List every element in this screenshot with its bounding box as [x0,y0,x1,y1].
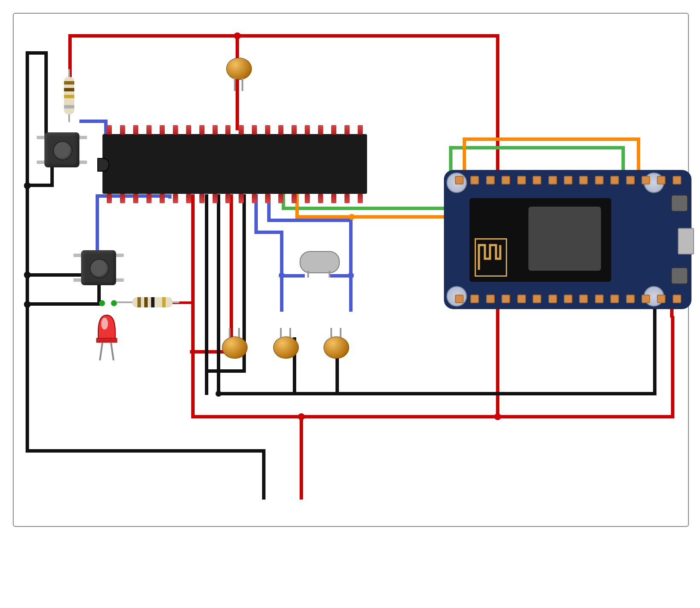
wire-gnd [653,308,656,395]
wire-xtal [254,231,283,234]
node-led [99,300,105,306]
cap-lead [280,328,282,337]
atmega-pins-bottom [107,194,363,203]
led-resistor [132,297,172,307]
nodemcu-pins-bottom [455,295,681,303]
user-pushbutton[interactable] [81,250,116,285]
wire-vcc [671,316,674,418]
node-xtal [348,272,354,278]
node-vcc [298,413,305,420]
decoupling-cap [226,58,252,80]
node-gnd [24,301,31,308]
cap-lead [238,328,240,337]
wire-vcc [300,415,303,500]
atmega16-chip [102,134,367,194]
wire-vcc [670,308,674,318]
wire-vcc [192,415,674,418]
status-led [90,307,124,362]
wire-gnd [44,51,48,137]
cap-lead [330,328,332,337]
nodemcu-board [444,170,691,309]
atmega-pins-top [107,125,363,134]
wire-uart-tx [449,146,625,149]
cap-lead [242,78,243,91]
wire-uart-tx [621,146,625,172]
node-gnd [24,182,31,189]
wifi-antenna-trace-icon [477,242,502,272]
esp8266-chip-icon [528,207,601,271]
wire-gnd [262,449,265,500]
wire-vcc [236,34,239,130]
node-vcc [234,32,241,39]
wire-gnd [205,194,208,395]
chip-notch-icon [97,158,109,172]
wire-uart-rx [637,137,640,172]
flash-button[interactable] [671,195,688,212]
crystal-oscillator [300,251,340,273]
wire-vcc [191,194,195,418]
wire-gnd [217,392,656,395]
cap-lead [234,78,236,91]
nodemcu-pins-top [455,176,681,184]
wire-gnd [26,51,29,453]
wire-gnd [26,449,265,453]
node-vcc [494,413,501,420]
pullup-resistor [64,77,74,114]
wire-gnd [217,194,220,393]
node-xtal [279,272,285,278]
cap-lead [229,328,230,337]
node-led [111,300,117,306]
wire-gnd [205,369,246,373]
reset-button[interactable] [671,267,688,284]
crystal-lead [329,271,330,278]
node-gnd [24,272,31,278]
wire-signal [96,194,99,254]
wire-uart-rx [295,215,466,219]
reset-pushbutton[interactable] [44,132,79,167]
wire-xtal [349,219,353,312]
xtal-load-cap-1 [273,336,299,359]
bypass-cap [222,336,248,359]
micro-usb-icon [678,228,694,254]
wire-xtal [267,219,353,222]
node-gnd [216,391,222,397]
cap-lead [289,328,291,337]
svg-rect-1 [96,338,117,342]
xtal-load-cap-2 [324,336,349,359]
wire-xtal [280,231,283,312]
wire-uart-rx [463,137,640,141]
svg-line-3 [111,342,114,360]
svg-point-0 [101,318,108,330]
wire-uart-tx [282,207,452,210]
cap-lead [340,328,341,337]
svg-line-2 [100,342,102,360]
crystal-lead [307,271,309,278]
wire-gnd [26,302,100,306]
wire-reset [79,120,108,123]
wire-vcc [68,34,499,38]
node-uart [349,214,355,220]
